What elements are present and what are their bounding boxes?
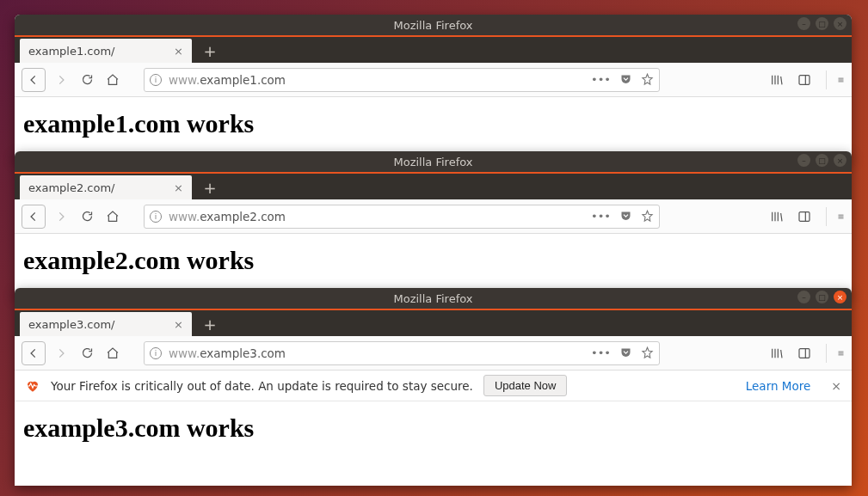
new-tab-button[interactable]: + <box>197 312 223 336</box>
reload-button[interactable] <box>77 70 97 90</box>
page-heading: example2.com works <box>23 246 843 275</box>
page-content: example3.com works <box>15 401 852 486</box>
minimize-button[interactable]: – <box>797 17 810 30</box>
home-button[interactable] <box>102 206 123 227</box>
dismiss-notification-icon[interactable]: × <box>831 379 841 393</box>
tab-label: example3.com/ <box>28 318 115 331</box>
back-button[interactable] <box>22 68 46 92</box>
tab-bar: example3.com/ × + <box>15 309 852 336</box>
page-content: example2.com works <box>15 234 852 296</box>
svg-rect-1 <box>799 211 810 221</box>
browser-tab[interactable]: example1.com/ × <box>20 39 192 63</box>
titlebar: Mozilla Firefox – □ × <box>15 15 852 35</box>
minimize-button[interactable]: – <box>797 154 810 167</box>
nav-toolbar: i www.example3.com ••• <box>15 336 852 370</box>
update-message: Your Firefox is critically out of date. … <box>51 379 473 393</box>
hamburger-menu-icon[interactable] <box>826 344 845 363</box>
browser-tab[interactable]: example3.com/ × <box>20 312 192 336</box>
learn-more-link[interactable]: Learn More <box>746 379 811 393</box>
home-button[interactable] <box>102 70 123 90</box>
nav-toolbar: i www.example2.com ••• <box>15 199 852 234</box>
bookmark-star-icon[interactable] <box>641 210 654 223</box>
back-button[interactable] <box>22 205 46 229</box>
nav-toolbar: i www.example1.com ••• <box>15 63 852 97</box>
tab-label: example2.com/ <box>28 181 115 194</box>
url-text: www.example2.com <box>169 210 584 224</box>
close-tab-icon[interactable]: × <box>174 318 183 331</box>
page-actions-icon[interactable]: ••• <box>591 210 611 223</box>
address-bar[interactable]: i www.example3.com ••• <box>144 341 660 365</box>
new-tab-button[interactable]: + <box>197 39 223 63</box>
tab-label: example1.com/ <box>28 45 115 58</box>
url-text: www.example3.com <box>169 346 584 360</box>
forward-button[interactable] <box>51 343 71 364</box>
svg-rect-2 <box>799 348 810 358</box>
close-window-button[interactable]: × <box>834 291 846 303</box>
back-button[interactable] <box>22 341 46 365</box>
bookmark-star-icon[interactable] <box>641 73 654 86</box>
pocket-icon[interactable] <box>619 346 632 359</box>
url-text: www.example1.com <box>169 73 584 87</box>
maximize-button[interactable]: □ <box>816 291 828 303</box>
page-content: example1.com works <box>15 97 852 159</box>
library-icon[interactable] <box>767 70 786 89</box>
hamburger-menu-icon[interactable] <box>826 207 845 226</box>
close-window-button[interactable]: × <box>834 17 846 30</box>
minimize-button[interactable]: – <box>797 291 810 303</box>
sidebar-icon[interactable] <box>795 344 814 363</box>
sidebar-icon[interactable] <box>795 70 814 89</box>
maximize-button[interactable]: □ <box>816 17 828 30</box>
sidebar-icon[interactable] <box>795 207 814 226</box>
titlebar: Mozilla Firefox – □ × <box>15 151 852 172</box>
maximize-button[interactable]: □ <box>816 154 828 167</box>
forward-button[interactable] <box>51 206 71 227</box>
tab-bar: example2.com/ × + <box>15 172 852 199</box>
page-heading: example1.com works <box>23 109 843 138</box>
site-info-icon[interactable]: i <box>150 347 162 359</box>
close-tab-icon[interactable]: × <box>174 45 183 58</box>
window-title: Mozilla Firefox <box>394 19 473 32</box>
library-icon[interactable] <box>767 344 786 363</box>
address-bar[interactable]: i www.example1.com ••• <box>144 68 660 92</box>
page-heading: example3.com works <box>23 413 843 443</box>
new-tab-button[interactable]: + <box>197 175 223 199</box>
page-actions-icon[interactable]: ••• <box>591 73 611 86</box>
pocket-icon[interactable] <box>619 210 632 223</box>
update-notification-bar: Your Firefox is critically out of date. … <box>15 370 852 401</box>
titlebar: Mozilla Firefox – □ × <box>15 288 852 309</box>
library-icon[interactable] <box>767 207 786 226</box>
reload-button[interactable] <box>77 206 97 227</box>
address-bar[interactable]: i www.example2.com ••• <box>144 205 660 229</box>
heartbeat-icon <box>25 378 40 394</box>
hamburger-menu-icon[interactable] <box>826 70 845 89</box>
reload-button[interactable] <box>77 343 97 364</box>
close-tab-icon[interactable]: × <box>174 181 183 194</box>
update-now-button[interactable]: Update Now <box>483 375 568 396</box>
site-info-icon[interactable]: i <box>150 74 162 86</box>
window-title: Mozilla Firefox <box>394 156 473 168</box>
bookmark-star-icon[interactable] <box>641 346 654 359</box>
page-actions-icon[interactable]: ••• <box>591 346 611 359</box>
site-info-icon[interactable]: i <box>150 211 162 223</box>
close-window-button[interactable]: × <box>834 154 846 167</box>
pocket-icon[interactable] <box>619 73 632 86</box>
browser-tab[interactable]: example2.com/ × <box>20 175 192 199</box>
home-button[interactable] <box>102 343 123 364</box>
svg-rect-0 <box>799 75 810 84</box>
window-title: Mozilla Firefox <box>394 292 473 305</box>
forward-button[interactable] <box>51 70 71 90</box>
tab-bar: example1.com/ × + <box>15 35 852 63</box>
